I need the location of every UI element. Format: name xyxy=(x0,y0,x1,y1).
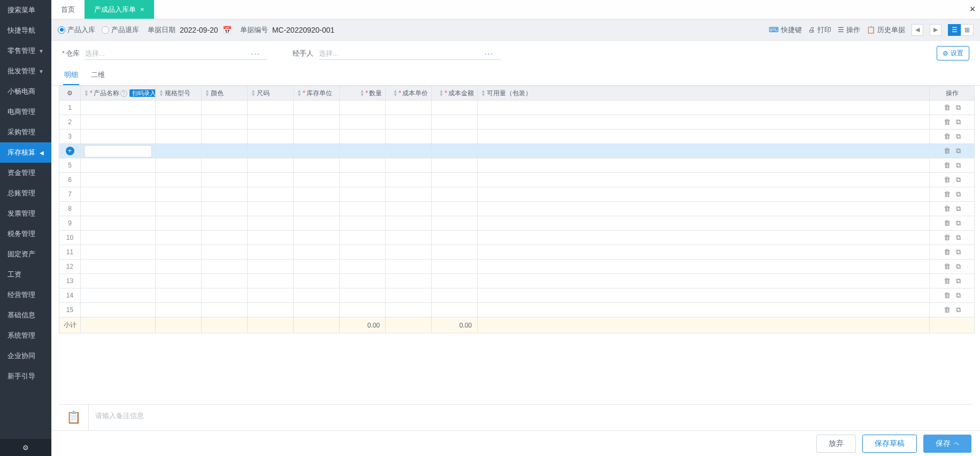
sidebar-item[interactable]: 企业协同 xyxy=(0,346,51,366)
delete-row-icon[interactable]: 🗑 xyxy=(944,176,951,184)
table-row[interactable]: 12🗑⧉ xyxy=(59,260,975,274)
copy-row-icon[interactable]: ⧉ xyxy=(956,161,961,170)
copy-row-icon[interactable]: ⧉ xyxy=(956,248,961,256)
save-draft-button[interactable]: 保存草稿 xyxy=(862,435,917,453)
sidebar-item[interactable]: 零售管理▼ xyxy=(0,41,51,61)
sidebar-item[interactable]: 新手引导 xyxy=(0,366,51,386)
warehouse-input[interactable] xyxy=(85,47,267,60)
copy-row-icon[interactable]: ⧉ xyxy=(956,277,961,285)
history-link[interactable]: 📋历史单据 xyxy=(867,25,905,35)
sidebar-item[interactable]: 搜索菜单 xyxy=(0,0,51,20)
sidebar-item[interactable]: 批发管理▼ xyxy=(0,61,51,81)
prev-doc-button[interactable]: ◀ xyxy=(912,24,923,36)
copy-row-icon[interactable]: ⧉ xyxy=(956,118,961,126)
col-color-header[interactable]: ▲▼颜色 xyxy=(202,86,248,101)
calendar-icon[interactable]: 📅 xyxy=(223,26,232,34)
sidebar-item[interactable]: 系统管理 xyxy=(0,325,51,346)
help-icon[interactable]: ? xyxy=(120,90,127,97)
copy-row-icon[interactable]: ⧉ xyxy=(956,306,961,314)
table-row[interactable]: 1🗑⧉ xyxy=(59,101,975,115)
delete-row-icon[interactable]: 🗑 xyxy=(944,132,951,141)
sidebar-item[interactable]: 快捷导航 xyxy=(0,20,51,41)
delete-row-icon[interactable]: 🗑 xyxy=(944,233,951,242)
delete-row-icon[interactable]: 🗑 xyxy=(944,103,951,112)
col-product-name-header[interactable]: ▲▼*产品名称?扫码录入 xyxy=(81,86,156,101)
action-link[interactable]: ☰操作 xyxy=(838,25,860,35)
table-row[interactable]: 3🗑⧉ xyxy=(59,130,975,144)
copy-row-icon[interactable]: ⧉ xyxy=(956,219,961,227)
delete-row-icon[interactable]: 🗑 xyxy=(944,147,951,155)
page-tab[interactable]: 产成品入库单× xyxy=(85,0,154,19)
table-row[interactable]: 2🗑⧉ xyxy=(59,115,975,130)
copy-row-icon[interactable]: ⧉ xyxy=(956,103,961,112)
page-tab[interactable]: 首页 xyxy=(51,0,85,19)
copy-row-icon[interactable]: ⧉ xyxy=(956,262,961,271)
copy-row-icon[interactable]: ⧉ xyxy=(956,190,961,199)
doc-type-radio[interactable]: 产品退库 xyxy=(102,25,139,35)
doc-date-field[interactable]: 单据日期 2022-09-20 📅 xyxy=(148,25,232,35)
delete-row-icon[interactable]: 🗑 xyxy=(944,118,951,126)
sidebar-item[interactable]: 电商管理 xyxy=(0,102,51,122)
page-tabs-close-icon[interactable]: × xyxy=(965,0,980,19)
delete-row-icon[interactable]: 🗑 xyxy=(944,161,951,170)
handler-more-icon[interactable]: ··· xyxy=(485,49,494,58)
col-size-header[interactable]: ▲▼尺码 xyxy=(248,86,294,101)
delete-row-icon[interactable]: 🗑 xyxy=(944,219,951,227)
copy-row-icon[interactable]: ⧉ xyxy=(956,176,961,184)
save-button[interactable]: 保存ヘ xyxy=(923,435,971,453)
col-available-header[interactable]: ▲▼可用量（包装） xyxy=(478,86,930,101)
table-row[interactable]: 8🗑⧉ xyxy=(59,202,975,216)
view-list-button[interactable]: ☰ xyxy=(948,24,961,36)
table-row[interactable]: 13🗑⧉ xyxy=(59,274,975,288)
delete-row-icon[interactable]: 🗑 xyxy=(944,306,951,314)
sub-tab[interactable]: 二维 xyxy=(90,66,106,85)
copy-row-icon[interactable]: ⧉ xyxy=(956,132,961,141)
sidebar-item[interactable]: 总账管理 xyxy=(0,183,51,203)
table-row[interactable]: 14🗑⧉ xyxy=(59,288,975,303)
notes-input[interactable] xyxy=(89,405,973,430)
sidebar-item[interactable]: 采购管理 xyxy=(0,122,51,142)
copy-row-icon[interactable]: ⧉ xyxy=(956,147,961,155)
table-row[interactable]: 5🗑⧉ xyxy=(59,158,975,173)
shortcut-link[interactable]: ⌨快捷键 xyxy=(769,25,802,35)
table-row[interactable]: 7🗑⧉ xyxy=(59,187,975,202)
sidebar-item[interactable]: 发票管理 xyxy=(0,203,51,224)
sidebar-item[interactable]: 经营管理 xyxy=(0,285,51,305)
col-spec-header[interactable]: ▲▼规格型号 xyxy=(156,86,202,101)
col-config-header[interactable]: ⚙ xyxy=(59,86,81,101)
delete-row-icon[interactable]: 🗑 xyxy=(944,291,951,300)
scan-input-tag[interactable]: 扫码录入 xyxy=(129,89,156,97)
next-doc-button[interactable]: ▶ xyxy=(930,24,941,36)
view-grid-button[interactable]: ⊞ xyxy=(961,24,974,36)
col-unit-header[interactable]: ▲▼*库存单位 xyxy=(294,86,340,101)
delete-row-icon[interactable]: 🗑 xyxy=(944,277,951,285)
col-qty-header[interactable]: ▲▼*数量 xyxy=(340,86,386,101)
delete-row-icon[interactable]: 🗑 xyxy=(944,204,951,213)
add-row-button[interactable]: + xyxy=(66,147,74,155)
settings-button[interactable]: ⚙设置 xyxy=(937,46,969,60)
table-row[interactable]: 10🗑⧉ xyxy=(59,231,975,245)
print-link[interactable]: 🖨打印 xyxy=(808,25,831,35)
warehouse-more-icon[interactable]: ··· xyxy=(251,49,261,58)
table-row[interactable]: 9🗑⧉ xyxy=(59,216,975,231)
handler-input[interactable] xyxy=(319,47,501,60)
sidebar-item[interactable]: 库存核算◀ xyxy=(0,142,51,163)
close-icon[interactable]: × xyxy=(140,5,144,13)
delete-row-icon[interactable]: 🗑 xyxy=(944,248,951,256)
col-total-cost-header[interactable]: ▲▼*成本金额 xyxy=(432,86,478,101)
sub-tab[interactable]: 明细 xyxy=(63,66,79,85)
sidebar-item[interactable]: 固定资产 xyxy=(0,244,51,264)
table-row[interactable]: +🗑⧉ xyxy=(59,144,975,158)
sidebar-item[interactable]: 税务管理 xyxy=(0,224,51,244)
copy-row-icon[interactable]: ⧉ xyxy=(956,233,961,242)
table-row[interactable]: 6🗑⧉ xyxy=(59,173,975,187)
sidebar-item[interactable]: 工资 xyxy=(0,264,51,285)
copy-row-icon[interactable]: ⧉ xyxy=(956,291,961,300)
doc-type-radio[interactable]: 产品入库 xyxy=(58,25,95,35)
sidebar-settings-button[interactable]: ⚙ xyxy=(0,439,51,456)
table-row[interactable]: 11🗑⧉ xyxy=(59,245,975,260)
product-name-input[interactable] xyxy=(84,145,152,157)
sidebar-item[interactable]: 基础信息 xyxy=(0,305,51,325)
delete-row-icon[interactable]: 🗑 xyxy=(944,190,951,199)
col-unit-cost-header[interactable]: ▲▼*成本单价 xyxy=(386,86,432,101)
